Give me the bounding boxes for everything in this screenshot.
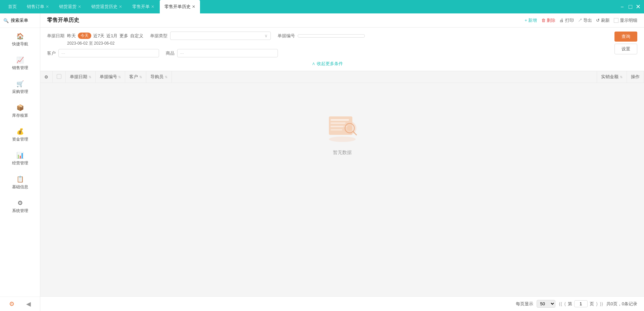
empty-illustration xyxy=(322,110,362,144)
tab-sales-return-history-label: 销货退货历史 xyxy=(91,4,117,10)
date-opt-today[interactable]: 今天 xyxy=(78,33,91,39)
th-salesperson-label: 导购员 xyxy=(150,74,163,79)
tab-retail-open-close[interactable]: ✕ xyxy=(151,4,154,9)
th-date[interactable]: 单据日期 ⇅ xyxy=(66,71,96,83)
close-window-button[interactable]: ✕ xyxy=(636,3,641,10)
th-amount[interactable]: 实销金额 ⇅ xyxy=(597,71,627,83)
page-word: 第 xyxy=(568,301,572,307)
th-customer[interactable]: 客户 ⇅ xyxy=(125,71,146,83)
svg-rect-3 xyxy=(331,122,346,124)
sidebar-item-purchase-label: 采购管理 xyxy=(12,89,28,95)
sidebar-search-label: 搜索采单 xyxy=(11,17,28,23)
date-opt-1month[interactable]: 近1月 xyxy=(106,33,117,39)
sidebar-item-purchase-mgmt[interactable]: 🛒 采购管理 xyxy=(0,75,40,99)
tab-sales-return-history[interactable]: 销货退货历史 ✕ xyxy=(87,0,127,13)
tab-retail-open[interactable]: 零售开单 ✕ xyxy=(128,0,159,13)
first-page-button[interactable]: ⟨⟨ xyxy=(559,301,562,307)
sidebar-item-operations[interactable]: 📊 经营管理 xyxy=(0,147,40,171)
system-icon: ⚙ xyxy=(17,199,23,207)
sidebar-item-finance[interactable]: 💰 资金管理 xyxy=(0,123,40,147)
th-checkbox[interactable] xyxy=(53,71,66,83)
page-header: 零售开单历史 + 新增 🗑 删除 🖨 打印 ↗ 导出 ↺ 刷新 显示明细 xyxy=(40,13,644,28)
display-button[interactable]: 显示明细 xyxy=(614,17,637,23)
th-order-no-label: 单据编号 xyxy=(100,74,117,79)
header-actions: + 新增 🗑 删除 🖨 打印 ↗ 导出 ↺ 刷新 显示明细 xyxy=(525,17,637,23)
tab-retail-history-close[interactable]: ✕ xyxy=(192,4,195,9)
tab-sales-order[interactable]: 销售订单 ✕ xyxy=(22,0,54,13)
filter-actions: 查询 设置 xyxy=(614,32,637,54)
sidebar-item-system[interactable]: ⚙ 系统管理 xyxy=(0,195,40,218)
table-scroll-area[interactable]: ⚙ 单据日期 ⇅ 单据编号 ⇅ 客户 xyxy=(40,71,644,296)
tab-retail-history[interactable]: 零售开单历史 ✕ xyxy=(160,0,200,13)
inventory-icon: 📦 xyxy=(16,104,24,111)
date-opt-more[interactable]: 更多 xyxy=(119,33,128,39)
svg-rect-2 xyxy=(331,119,349,121)
display-checkbox[interactable] xyxy=(614,18,618,23)
date-range-display: 2023-06-02 至 2023-06-02 xyxy=(67,41,114,46)
sidebar-bottom: ⚙ ◀ xyxy=(0,297,40,311)
filter-row-1: 单据日期 昨天 今天 近7天 近1月 更多 自定义 单据类型 xyxy=(47,32,608,40)
tab-retail-open-label: 零售开单 xyxy=(132,4,150,10)
goods-label: 商品 xyxy=(166,50,175,56)
finance-icon: 💰 xyxy=(16,128,24,135)
tab-sales-return[interactable]: 销货退货 ✕ xyxy=(54,0,86,13)
settings-icon[interactable]: ⚙ xyxy=(9,300,14,308)
date-opt-yesterday[interactable]: 昨天 xyxy=(67,33,76,39)
type-select[interactable]: ∨ xyxy=(170,32,271,40)
set-button[interactable]: 设置 xyxy=(614,44,637,54)
tab-list: 首页 销售订单 ✕ 销货退货 ✕ 销货退货历史 ✕ 零售开单 ✕ 零售开单历史 … xyxy=(3,0,619,13)
home-icon: 🏠 xyxy=(16,33,24,40)
page-label-word: 页 xyxy=(590,301,594,307)
tab-retail-history-label: 零售开单历史 xyxy=(164,4,191,10)
goods-filter-group: 商品 ··· xyxy=(166,49,278,57)
date-filter-group: 单据日期 昨天 今天 近7天 近1月 更多 自定义 xyxy=(47,33,143,39)
sidebar-item-inventory[interactable]: 📦 库存核算 xyxy=(0,99,40,123)
per-page-select[interactable]: 50 10 20 100 xyxy=(537,300,555,308)
query-button[interactable]: 查询 xyxy=(614,32,637,42)
filter-row-2: 客户 ··· 商品 ··· xyxy=(47,49,608,57)
collapse-button[interactable]: ∧ 收起更多条件 xyxy=(47,61,608,67)
th-amount-label: 实销金额 xyxy=(601,74,618,79)
tab-sales-order-close[interactable]: ✕ xyxy=(46,4,49,9)
goods-input[interactable]: ··· xyxy=(177,49,278,57)
pagination: 每页显示 50 10 20 100 ⟨⟨ ⟨ 第 页 ⟩ ⟩⟩ 共0页，0条记录 xyxy=(40,296,644,311)
sidebar-search[interactable]: 🔍 搜索采单 xyxy=(0,13,40,28)
tab-sales-return-history-close[interactable]: ✕ xyxy=(119,4,122,9)
th-salesperson-sort-icon: ⇅ xyxy=(165,75,167,79)
svg-point-0 xyxy=(329,137,356,142)
th-order-no[interactable]: 单据编号 ⇅ xyxy=(95,71,125,83)
select-all-checkbox[interactable] xyxy=(57,74,61,79)
add-button[interactable]: + 新增 xyxy=(525,17,537,23)
sidebar-item-quick-nav[interactable]: 🏠 快捷导航 xyxy=(0,28,40,52)
order-no-filter-group: 单据编号 xyxy=(278,33,365,39)
date-opt-custom[interactable]: 自定义 xyxy=(130,33,143,39)
page-number-input[interactable] xyxy=(574,300,588,307)
tab-home-label: 首页 xyxy=(8,4,17,10)
print-button[interactable]: 🖨 打印 xyxy=(559,17,574,23)
maximize-button[interactable]: □ xyxy=(629,3,632,10)
type-label: 单据类型 xyxy=(150,33,167,39)
next-page-button[interactable]: ⟩ xyxy=(596,301,598,307)
per-page-label: 每页显示 xyxy=(516,301,533,307)
minimize-button[interactable]: － xyxy=(619,3,625,11)
customer-input[interactable]: ··· xyxy=(58,49,159,57)
th-customer-sort-icon: ⇅ xyxy=(139,75,142,79)
sidebar-item-basic-info[interactable]: 📋 基础信息 xyxy=(0,171,40,195)
last-page-button[interactable]: ⟩⟩ xyxy=(600,301,603,307)
purchase-icon: 🛒 xyxy=(16,80,24,88)
th-action: 操作 xyxy=(627,71,644,83)
sidebar-item-sales-mgmt[interactable]: 📈 销售管理 xyxy=(0,52,40,75)
th-gear[interactable]: ⚙ xyxy=(40,71,53,83)
tab-sales-return-close[interactable]: ✕ xyxy=(78,4,81,9)
prev-page-button[interactable]: ⟨ xyxy=(564,301,566,307)
th-salesperson[interactable]: 导购员 ⇅ xyxy=(146,71,171,83)
date-opt-7days[interactable]: 近7天 xyxy=(93,33,104,39)
tab-home[interactable]: 首页 xyxy=(3,0,21,13)
export-button[interactable]: ↗ 导出 xyxy=(578,17,592,23)
th-middle-spacer xyxy=(171,71,597,83)
sidebar-collapse-icon[interactable]: ◀ xyxy=(26,300,31,308)
order-no-input[interactable] xyxy=(298,34,365,38)
delete-button[interactable]: 🗑 删除 xyxy=(541,17,556,23)
sidebar-item-operations-label: 经营管理 xyxy=(12,160,28,166)
refresh-button[interactable]: ↺ 刷新 xyxy=(596,17,610,23)
